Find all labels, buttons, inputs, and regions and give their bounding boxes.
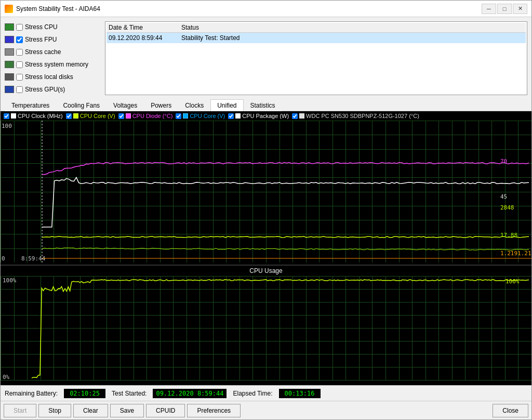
app-icon bbox=[5, 5, 13, 13]
tab-temperatures[interactable]: Temperatures bbox=[5, 99, 56, 111]
legend-cb-5[interactable] bbox=[292, 113, 298, 119]
disk-stress-icon bbox=[5, 73, 14, 81]
checkbox-stress-mem[interactable] bbox=[16, 61, 23, 68]
legend-item-1: CPU Core (V) bbox=[66, 113, 115, 119]
stress-item-stress-fpu: Stress FPU bbox=[5, 34, 101, 45]
label-stress-disk: Stress local disks bbox=[25, 73, 73, 81]
stress-item-stress-cache: Stress cache bbox=[5, 46, 101, 58]
save-button[interactable]: Save bbox=[110, 404, 144, 417]
chart-canvas-top bbox=[1, 121, 531, 262]
stress-item-stress-cpu: Stress CPU bbox=[5, 21, 101, 33]
top-section: Stress CPUStress FPUStress cacheStress s… bbox=[1, 17, 531, 99]
label-stress-cache: Stress cache bbox=[25, 48, 61, 56]
label-stress-cpu: Stress CPU bbox=[25, 23, 58, 31]
bottom-chart-canvas bbox=[1, 266, 531, 385]
checkbox-stress-cpu[interactable] bbox=[16, 24, 23, 31]
main-window: System Stability Test - AIDA64 ─ □ ✕ Str… bbox=[0, 0, 532, 420]
tab-statistics[interactable]: Statistics bbox=[244, 99, 282, 111]
stress-item-stress-mem: Stress system memory bbox=[5, 59, 101, 70]
status-header: Date & Time Status bbox=[107, 23, 526, 33]
close-button-bottom[interactable]: Close bbox=[493, 404, 528, 417]
checkbox-stress-fpu[interactable] bbox=[16, 36, 23, 43]
legend-item-3: CPU Core (V) bbox=[176, 113, 225, 119]
title-bar: System Stability Test - AIDA64 ─ □ ✕ bbox=[1, 1, 531, 17]
top-chart: CPU Clock (MHz)CPU Core (V)CPU Diode (°C… bbox=[1, 111, 531, 266]
label-stress-fpu: Stress FPU bbox=[25, 36, 57, 43]
status-row: 09.12.2020 8:59:44 Stability Test: Start… bbox=[107, 33, 526, 43]
stop-button[interactable]: Stop bbox=[38, 404, 71, 417]
checkbox-stress-cache[interactable] bbox=[16, 49, 23, 56]
legend-cb-2[interactable] bbox=[118, 113, 124, 119]
status-bar: Remaining Battery: 02:10:25 Test Started… bbox=[1, 385, 531, 401]
legend-cb-3[interactable] bbox=[176, 113, 181, 119]
window-title: System Stability Test - AIDA64 bbox=[16, 5, 482, 12]
fpu-stress-icon bbox=[5, 36, 14, 43]
legend-cb-0[interactable] bbox=[4, 113, 9, 119]
legend-label-2: CPU Diode (°C) bbox=[132, 113, 173, 119]
status-date: 09.12.2020 8:59:44 bbox=[109, 34, 181, 42]
cpu-stress-icon bbox=[5, 23, 14, 31]
tabs-bar: TemperaturesCooling FansVoltagesPowersCl… bbox=[1, 99, 531, 111]
checkbox-stress-disk[interactable] bbox=[16, 74, 23, 81]
cache-stress-icon bbox=[5, 48, 14, 56]
gpu-stress-icon bbox=[5, 86, 14, 93]
label-stress-gpu: Stress GPU(s) bbox=[25, 86, 65, 93]
status-text: Stability Test: Started bbox=[181, 34, 524, 42]
top-chart-canvas bbox=[1, 121, 531, 262]
tab-clocks[interactable]: Clocks bbox=[178, 99, 210, 111]
legend-color-4 bbox=[235, 113, 241, 119]
stress-item-stress-disk: Stress local disks bbox=[5, 71, 101, 83]
start-button[interactable]: Start bbox=[4, 404, 36, 417]
label-stress-mem: Stress system memory bbox=[25, 61, 88, 68]
charts-area: CPU Clock (MHz)CPU Core (V)CPU Diode (°C… bbox=[1, 111, 531, 385]
cpu-usage-title: CPU Usage bbox=[1, 266, 531, 276]
remaining-battery-label: Remaining Battery: bbox=[5, 390, 58, 397]
preferences-button[interactable]: Preferences bbox=[187, 404, 241, 417]
stress-item-stress-gpu: Stress GPU(s) bbox=[5, 84, 101, 95]
legend-cb-1[interactable] bbox=[66, 113, 72, 119]
test-started-value: 09.12.2020 8:59:44 bbox=[153, 389, 227, 398]
status-header-col: Status bbox=[181, 24, 524, 31]
tab-cooling-fans[interactable]: Cooling Fans bbox=[56, 99, 107, 111]
cpuid-button[interactable]: CPUID bbox=[146, 404, 185, 417]
remaining-battery-value: 02:10:25 bbox=[64, 389, 105, 398]
legend-label-4: CPU Package (W) bbox=[242, 113, 289, 119]
window-controls: ─ □ ✕ bbox=[482, 4, 527, 14]
legend-label-5: WDC PC SN530 SDBPNPZ-512G-1027 (°C) bbox=[306, 113, 419, 119]
maximize-button[interactable]: □ bbox=[497, 4, 512, 14]
legend-color-3 bbox=[183, 113, 188, 119]
legend-cb-4[interactable] bbox=[228, 113, 234, 119]
elapsed-time-label: Elapsed Time: bbox=[233, 390, 272, 397]
legend-color-0 bbox=[11, 113, 16, 119]
legend-label-0: CPU Clock (MHz) bbox=[18, 113, 63, 119]
checkbox-stress-gpu[interactable] bbox=[16, 86, 23, 93]
tab-unified[interactable]: Unified bbox=[210, 99, 243, 111]
legend-label-1: CPU Core (V) bbox=[80, 113, 115, 119]
minimize-button[interactable]: ─ bbox=[482, 4, 496, 14]
clear-button[interactable]: Clear bbox=[73, 404, 108, 417]
legend-label-3: CPU Core (V) bbox=[190, 113, 225, 119]
mem-stress-icon bbox=[5, 61, 14, 68]
legend-color-1 bbox=[73, 113, 78, 119]
bottom-bar: Start Stop Clear Save CPUID Preferences … bbox=[1, 401, 531, 419]
close-button[interactable]: ✕ bbox=[513, 4, 527, 14]
legend-item-2: CPU Diode (°C) bbox=[118, 113, 173, 119]
legend-color-5 bbox=[299, 113, 304, 119]
test-started-label: Test Started: bbox=[112, 390, 147, 397]
tab-powers[interactable]: Powers bbox=[144, 99, 178, 111]
status-panel: Date & Time Status 09.12.2020 8:59:44 St… bbox=[105, 21, 527, 95]
stress-options-panel: Stress CPUStress FPUStress cacheStress s… bbox=[5, 21, 101, 95]
legend-item-5: WDC PC SN530 SDBPNPZ-512G-1027 (°C) bbox=[292, 113, 419, 119]
legend-item-4: CPU Package (W) bbox=[228, 113, 289, 119]
elapsed-time-value: 00:13:16 bbox=[279, 389, 321, 398]
chart-legend: CPU Clock (MHz)CPU Core (V)CPU Diode (°C… bbox=[1, 111, 531, 121]
main-content: Stress CPUStress FPUStress cacheStress s… bbox=[1, 17, 531, 419]
bottom-chart: CPU Usage bbox=[1, 266, 531, 385]
legend-color-2 bbox=[126, 113, 131, 119]
legend-item-0: CPU Clock (MHz) bbox=[4, 113, 63, 119]
tab-voltages[interactable]: Voltages bbox=[107, 99, 144, 111]
date-time-header: Date & Time bbox=[109, 24, 181, 31]
